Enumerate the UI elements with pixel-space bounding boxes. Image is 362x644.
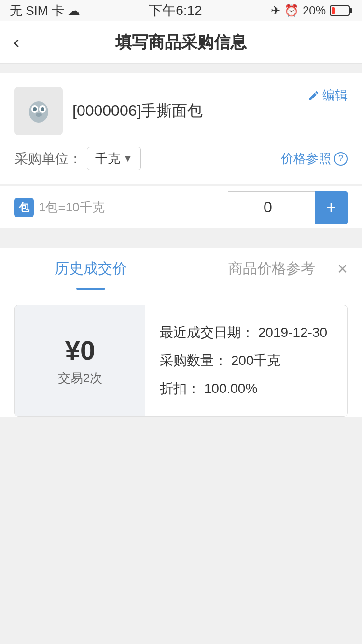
trade-detail-discount: 折扣： 100.00% xyxy=(160,378,333,399)
status-time: 下午6:12 xyxy=(149,1,202,20)
battery-icon xyxy=(330,5,352,16)
quantity-plus-button[interactable]: + xyxy=(315,191,348,224)
trade-detail-date: 最近成交日期： 2019-12-30 xyxy=(160,322,333,343)
status-left: 无 SIM 卡 ☁ xyxy=(10,2,80,19)
unit-arrow-icon: ▼ xyxy=(123,153,133,164)
trade-card: ¥0 交易2次 最近成交日期： 2019-12-30 采购数量： 200千克 折… xyxy=(14,305,348,417)
svg-point-3 xyxy=(33,107,37,111)
trade-date-label: 最近成交日期： xyxy=(160,325,254,340)
edit-icon xyxy=(308,90,320,101)
trade-discount-value: 100.00% xyxy=(204,381,258,396)
quantity-input-group: + xyxy=(228,191,348,224)
tab-history-label: 历史成交价 xyxy=(55,259,127,279)
section-divider xyxy=(0,228,362,238)
svg-point-0 xyxy=(29,101,48,123)
price-ref-button[interactable]: 价格参照 ? xyxy=(281,150,348,167)
trade-quantity-value: 200千克 xyxy=(231,353,281,368)
alarm-icon: ⏰ xyxy=(284,4,299,17)
svg-point-4 xyxy=(41,107,44,111)
location-icon: ✈ xyxy=(271,4,280,17)
plus-icon: + xyxy=(326,197,336,218)
tab-price-ref-label: 商品价格参考 xyxy=(228,259,315,279)
quantity-input[interactable] xyxy=(228,191,315,224)
back-button[interactable]: ‹ xyxy=(14,32,19,53)
trade-price-value: 0 xyxy=(80,335,95,365)
price-ref-question: ? xyxy=(338,154,343,164)
tab-price-reference[interactable]: 商品价格参考 xyxy=(181,248,362,290)
product-name: [0000006]手撕面包 xyxy=(72,100,203,122)
trade-discount-label: 折扣： xyxy=(160,381,200,396)
tab-history-price[interactable]: 历史成交价 xyxy=(0,248,181,290)
status-right: ✈ ⏰ 20% xyxy=(271,4,352,17)
trade-count: 交易2次 xyxy=(58,370,102,387)
tab-active-underline xyxy=(76,288,105,290)
sim-signal-text: 无 SIM 卡 ☁ xyxy=(10,2,80,19)
product-unit-row: 采购单位： 千克 ▼ 价格参照 ? xyxy=(14,147,348,170)
product-header: [0000006]手撕面包 编辑 xyxy=(14,87,348,135)
unit-selector[interactable]: 千克 ▼ xyxy=(87,147,141,170)
unit-label: 采购单位： xyxy=(14,150,82,168)
page-title: 填写商品采购信息 xyxy=(115,31,247,54)
tabs-panel: 历史成交价 商品价格参考 × ¥0 交易2次 最近成交日期： 2019-12-3… xyxy=(0,248,362,417)
price-ref-label: 价格参照 xyxy=(281,150,331,167)
trade-price-symbol: ¥ xyxy=(65,335,80,365)
trade-card-left: ¥0 交易2次 xyxy=(15,305,145,416)
product-card: [0000006]手撕面包 编辑 采购单位： 千克 ▼ 价格参照 ? xyxy=(0,73,362,184)
product-thumbnail-icon xyxy=(24,97,53,126)
unit-value: 千克 xyxy=(95,150,120,167)
quantity-row: 包 1包=10千克 + xyxy=(0,186,362,228)
quantity-unit-badge-label: 包 xyxy=(19,200,29,215)
tabs-header: 历史成交价 商品价格参考 × xyxy=(0,248,362,290)
nav-bar: ‹ 填写商品采购信息 xyxy=(0,21,362,64)
trade-price: ¥0 xyxy=(65,335,95,366)
trade-date-value: 2019-12-30 xyxy=(258,325,327,340)
product-image xyxy=(14,87,63,135)
battery-percent: 20% xyxy=(303,4,326,17)
product-left: [0000006]手撕面包 xyxy=(14,87,203,135)
edit-label: 编辑 xyxy=(322,87,348,104)
tab-close-button[interactable]: × xyxy=(337,259,348,279)
quantity-conversion: 1包=10千克 xyxy=(39,199,105,216)
status-bar: 无 SIM 卡 ☁ 下午6:12 ✈ ⏰ 20% xyxy=(0,0,362,21)
edit-button[interactable]: 编辑 xyxy=(308,87,348,104)
trade-detail-quantity: 采购数量： 200千克 xyxy=(160,350,333,371)
svg-point-5 xyxy=(36,113,42,117)
trade-card-right: 最近成交日期： 2019-12-30 采购数量： 200千克 折扣： 100.0… xyxy=(145,305,347,416)
price-ref-help-icon: ? xyxy=(334,152,348,166)
quantity-unit-badge: 包 xyxy=(14,198,34,217)
trade-quantity-label: 采购数量： xyxy=(160,353,227,368)
quantity-unit-info: 包 1包=10千克 xyxy=(14,198,105,217)
